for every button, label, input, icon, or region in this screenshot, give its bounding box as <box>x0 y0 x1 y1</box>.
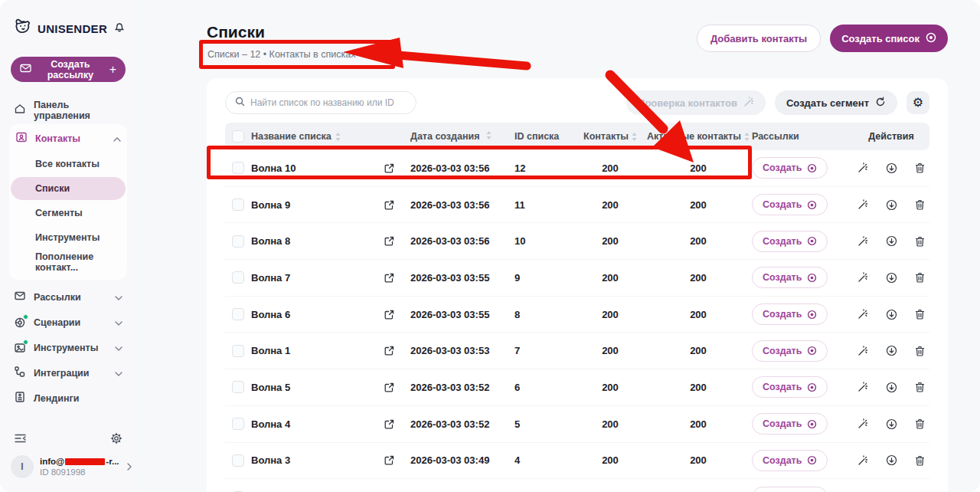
collapse-sidebar-icon[interactable] <box>14 433 27 444</box>
sidebar-item-contact-replenish[interactable]: Пополнение контакт... <box>11 251 126 274</box>
row-checkbox[interactable] <box>232 198 244 211</box>
column-header-date[interactable]: Дата создания <box>410 131 514 142</box>
open-list-external-link-icon[interactable] <box>384 200 394 210</box>
create-campaign-button[interactable]: Создать рассылку + <box>11 57 126 82</box>
search-input[interactable] <box>250 97 407 108</box>
create-campaign-for-list-button[interactable]: Создать <box>752 194 828 215</box>
row-checkbox[interactable] <box>232 271 244 284</box>
sidebar-item-integrations[interactable]: Интеграции <box>9 360 127 385</box>
open-list-external-link-icon[interactable] <box>384 419 394 429</box>
sidebar-item-all-contacts[interactable]: Все контакты <box>11 153 126 175</box>
row-checkbox[interactable] <box>232 345 244 357</box>
clean-list-wand-icon[interactable] <box>858 199 868 211</box>
delete-trash-icon[interactable] <box>915 345 925 356</box>
sort-icon[interactable] <box>486 131 492 139</box>
create-list-button[interactable]: Создать список <box>830 25 948 52</box>
open-list-external-link-icon[interactable] <box>384 273 394 283</box>
row-checkbox[interactable] <box>232 308 244 320</box>
table-row[interactable]: Волна 4 2026-03-03 03:52 5 200 200 Созда… <box>225 406 929 443</box>
clean-list-wand-icon[interactable] <box>858 309 868 320</box>
clean-list-wand-icon[interactable] <box>858 345 868 356</box>
open-list-external-link-icon[interactable] <box>384 236 394 246</box>
export-download-icon[interactable] <box>886 162 897 174</box>
open-list-external-link-icon[interactable] <box>384 455 394 465</box>
create-campaign-for-list-button[interactable]: Создать <box>752 231 828 252</box>
open-list-external-link-icon[interactable] <box>384 382 394 392</box>
table-row[interactable]: Волна 7 2026-03-03 03:55 9 200 200 Созда… <box>225 260 929 297</box>
delete-trash-icon[interactable] <box>915 382 925 393</box>
clean-list-wand-icon[interactable] <box>858 418 868 430</box>
sidebar-item-instruments[interactable]: Инструменты <box>9 335 127 360</box>
sidebar-item-dashboard[interactable]: Панель управления <box>9 97 127 123</box>
sidebar-item-tools[interactable]: Инструменты <box>11 226 126 249</box>
check-contacts-button[interactable]: Проверка контактов <box>626 90 766 115</box>
notifications-bell-icon[interactable] <box>113 21 126 36</box>
search-box[interactable] <box>225 91 416 114</box>
export-download-icon[interactable] <box>886 454 897 466</box>
create-campaign-for-list-button[interactable]: Создать <box>752 157 828 179</box>
delete-trash-icon[interactable] <box>915 418 925 430</box>
sort-icon[interactable] <box>632 133 637 141</box>
row-checkbox[interactable] <box>232 162 244 174</box>
open-list-external-link-icon[interactable] <box>384 310 394 320</box>
delete-trash-icon[interactable] <box>915 272 925 284</box>
sidebar-item-landings[interactable]: Лендинги <box>9 385 127 411</box>
column-header-active-contacts[interactable]: Активные контакты <box>645 131 752 142</box>
table-row[interactable]: Волна 1 2026-03-03 03:53 7 200 200 Созда… <box>225 333 929 369</box>
table-row[interactable]: Волна 3 2026-03-03 03:49 4 200 200 Созда… <box>225 443 929 480</box>
column-header-contacts[interactable]: Контакты <box>576 131 645 142</box>
sidebar-item-segments[interactable]: Сегменты <box>11 202 126 225</box>
search-icon <box>235 96 245 110</box>
export-download-icon[interactable] <box>886 418 897 430</box>
table-row[interactable]: Волна 9 2026-03-03 03:56 11 200 200 Созд… <box>225 187 929 224</box>
table-row[interactable]: Волна 10 2026-03-03 03:56 12 200 200 Соз… <box>225 150 929 187</box>
column-header-id[interactable]: ID списка <box>514 131 576 142</box>
sort-icon[interactable] <box>335 133 341 141</box>
row-checkbox[interactable] <box>232 235 244 248</box>
account-menu[interactable]: I info@-r... ID 8091998 <box>9 455 127 481</box>
table-row[interactable]: Волна 2 2026-03-03 03:49 3 200 200 Созда… <box>225 479 929 492</box>
open-list-external-link-icon[interactable] <box>384 346 394 356</box>
delete-trash-icon[interactable] <box>915 454 925 466</box>
add-contacts-button[interactable]: Добавить контакты <box>697 25 821 52</box>
export-download-icon[interactable] <box>886 199 897 211</box>
table-row[interactable]: Волна 8 2026-03-03 03:56 10 200 200 Созд… <box>225 223 929 260</box>
select-all-checkbox[interactable] <box>232 130 244 143</box>
clean-list-wand-icon[interactable] <box>858 454 868 466</box>
row-checkbox[interactable] <box>232 418 244 430</box>
create-campaign-for-list-button[interactable]: Создать <box>752 487 828 492</box>
clean-list-wand-icon[interactable] <box>858 235 868 247</box>
delete-trash-icon[interactable] <box>915 309 925 320</box>
settings-gear-icon[interactable] <box>110 432 122 444</box>
delete-trash-icon[interactable] <box>915 235 925 247</box>
table-settings-gear-icon[interactable]: ⚙ <box>906 91 929 114</box>
sidebar-item-campaigns[interactable]: Рассылки <box>9 284 127 310</box>
clean-list-wand-icon[interactable] <box>858 272 868 284</box>
export-download-icon[interactable] <box>886 272 897 284</box>
sort-icon[interactable] <box>744 133 750 141</box>
row-checkbox[interactable] <box>232 454 244 467</box>
row-checkbox[interactable] <box>232 381 244 393</box>
table-row[interactable]: Волна 5 2026-03-03 03:52 6 200 200 Созда… <box>225 369 929 406</box>
delete-trash-icon[interactable] <box>915 162 925 174</box>
create-segment-button[interactable]: Создать сегмент <box>775 90 897 115</box>
create-campaign-for-list-button[interactable]: Создать <box>752 340 828 362</box>
sidebar-item-scenarios[interactable]: Сценарии <box>9 310 127 335</box>
open-list-external-link-icon[interactable] <box>384 163 394 173</box>
export-download-icon[interactable] <box>886 382 897 393</box>
table-row[interactable]: Волна 6 2026-03-03 03:55 8 200 200 Созда… <box>225 297 929 333</box>
create-campaign-for-list-button[interactable]: Создать <box>752 267 828 288</box>
sidebar-item-lists[interactable]: Списки <box>11 177 126 200</box>
delete-trash-icon[interactable] <box>915 199 925 211</box>
clean-list-wand-icon[interactable] <box>858 162 868 174</box>
create-campaign-for-list-button[interactable]: Создать <box>752 303 828 325</box>
sidebar-item-contacts[interactable]: Контакты <box>11 126 126 151</box>
create-campaign-for-list-button[interactable]: Создать <box>752 450 828 471</box>
export-download-icon[interactable] <box>886 345 897 356</box>
create-campaign-for-list-button[interactable]: Создать <box>752 413 828 435</box>
export-download-icon[interactable] <box>886 235 897 247</box>
clean-list-wand-icon[interactable] <box>858 382 868 393</box>
export-download-icon[interactable] <box>886 309 897 320</box>
create-campaign-for-list-button[interactable]: Создать <box>752 376 828 398</box>
column-header-name[interactable]: Название списка <box>251 131 368 142</box>
